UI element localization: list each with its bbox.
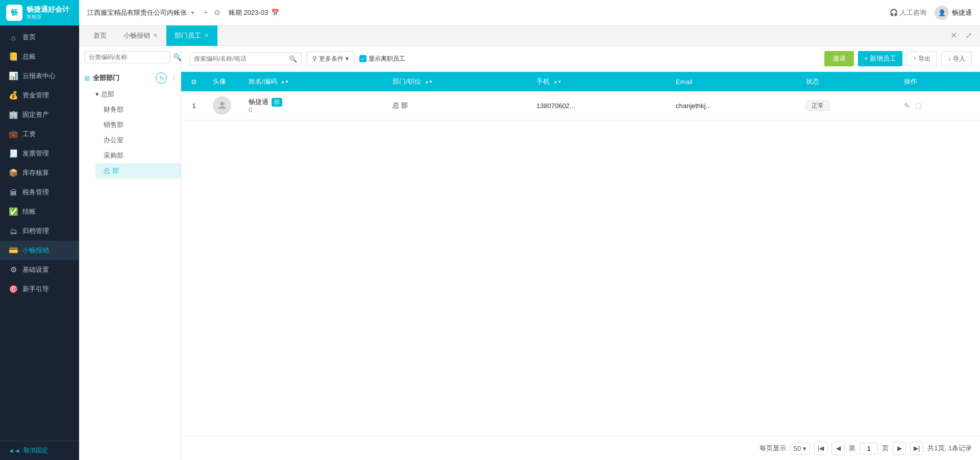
tab-dept-emp[interactable]: 部门员工 ✕ — [166, 25, 217, 46]
add-employee-button[interactable]: + 新增员工 — [858, 51, 902, 66]
first-page-button[interactable]: |◀ — [814, 442, 827, 455]
dept-tree: ⊞ 全部部门 ✎ 《 ▾ 总部 财务部 销售部 办公室 采购部 总 部 — [79, 67, 181, 460]
sidebar-item-settings[interactable]: ⚙ 基础设置 — [0, 260, 79, 279]
row-status: 正常 — [800, 91, 897, 120]
dept-search-icon[interactable]: 🔍 — [173, 53, 182, 61]
show-ex-checkbox[interactable]: ✓ — [359, 55, 366, 62]
dept-badge: 部 — [272, 98, 282, 107]
company-selector[interactable]: 江西服宝精品有限责任公司内账张 ▼ — [87, 8, 195, 17]
per-page-select[interactable]: 50 ▾ — [790, 443, 810, 454]
tabbar-actions: ✕ ⤢ — [948, 29, 974, 42]
dept-root-label: ▾ 总部 — [87, 87, 181, 102]
sidebar-unpin-button[interactable]: ◄◄ 取消固定 — [0, 441, 79, 460]
page-number-input[interactable] — [860, 443, 878, 454]
page-unit: 页 — [882, 444, 889, 453]
show-ex-employees-toggle[interactable]: ✓ 显示离职员工 — [359, 55, 405, 63]
logout-icon[interactable]: ⬚ — [915, 101, 922, 110]
user-menu[interactable]: 👤 畅捷通 — [935, 6, 972, 20]
chevron-down-icon: ▼ — [190, 10, 195, 16]
employee-panel: 🔍 ⚲ 更多条件 ▾ ✓ 显示离职员工 邀请 + 新增员工 ↑ 导出 — [181, 46, 980, 460]
per-page-chevron-icon: ▾ — [803, 445, 806, 452]
all-dept-label: 全部部门 — [93, 73, 153, 83]
sidebar-item-label: 小畅报销 — [22, 246, 49, 255]
sidebar-item-home[interactable]: ⌂ 首页 — [0, 28, 79, 47]
tab-expense-close[interactable]: ✕ — [153, 32, 158, 39]
tab-expand-button[interactable]: ⤢ — [963, 29, 974, 42]
edit-icon[interactable]: ✎ — [904, 101, 910, 110]
show-ex-label: 显示离职员工 — [369, 55, 405, 63]
tab-expense[interactable]: 小畅报销 ✕ — [115, 25, 166, 46]
sidebar-item-expense[interactable]: 💳 小畅报销 — [0, 241, 79, 260]
sidebar-item-assets[interactable]: 🏢 固定资产 — [0, 105, 79, 124]
col-name[interactable]: 姓名/编码 ▲▼ — [242, 72, 386, 91]
sidebar-footer-label: 取消固定 — [23, 446, 48, 455]
dept-item-purchase[interactable]: 采购部 — [95, 148, 181, 163]
col-dept[interactable]: 部门/职位 ▲▼ — [386, 72, 530, 91]
tab-home-label: 首页 — [93, 31, 107, 40]
prev-page-button[interactable]: ◀ — [831, 442, 845, 455]
row-index: 1 — [181, 91, 207, 120]
period-label: 账期 2023-03 — [229, 8, 268, 17]
help-button[interactable]: 🎧 人工咨询 — [890, 8, 926, 17]
sidebar-item-invoice[interactable]: 🧾 发票管理 — [0, 144, 79, 163]
next-page-button[interactable]: ▶ — [893, 442, 906, 455]
col-email: Email — [670, 72, 800, 91]
sidebar-item-label: 首页 — [22, 33, 36, 42]
sidebar-item-inventory[interactable]: 📦 库存核算 — [0, 163, 79, 183]
user-name: 畅捷通 — [952, 8, 972, 17]
dept-item-office[interactable]: 办公室 — [95, 133, 181, 148]
dept-search-input[interactable] — [84, 51, 170, 63]
sidebar-item-label: 新手引导 — [22, 285, 49, 294]
import-button[interactable]: ↓ 导入 — [941, 52, 972, 66]
employee-search-wrap[interactable]: 🔍 — [189, 53, 302, 65]
archive-icon: 🗂 — [8, 227, 18, 236]
employee-name: 畅捷通 部 — [249, 97, 380, 107]
col-settings[interactable]: ⚙ — [181, 72, 207, 91]
sidebar-item-funds[interactable]: 💰 资金管理 — [0, 86, 79, 105]
sidebar-item-salary[interactable]: 💼 工资 — [0, 124, 79, 144]
dept-children: 财务部 销售部 办公室 采购部 总 部 — [87, 102, 181, 178]
employee-toolbar: 🔍 ⚲ 更多条件 ▾ ✓ 显示离职员工 邀请 + 新增员工 ↑ 导出 — [181, 46, 980, 72]
export-button[interactable]: ↑ 导出 — [906, 52, 937, 66]
row-phone: 138070602... — [530, 91, 670, 120]
sidebar-item-label: 云报表中心 — [22, 71, 56, 81]
company-settings-icon[interactable]: ⚙ — [214, 8, 220, 17]
sidebar-item-reports[interactable]: 📊 云报表中心 — [0, 66, 79, 86]
sidebar-item-guide[interactable]: 🎯 新手引导 — [0, 279, 79, 299]
invite-button[interactable]: 邀请 — [824, 51, 854, 66]
row-avatar — [207, 91, 242, 120]
grid-icon: ⊞ — [84, 74, 90, 82]
add-company-button[interactable]: ＋ — [202, 7, 210, 18]
row-email: chanjethkj... — [670, 91, 800, 120]
total-info: 共1页, 1条记录 — [927, 444, 972, 453]
sidebar-item-label: 发票管理 — [22, 149, 49, 158]
per-page-label: 每页显示 — [760, 444, 786, 453]
status-badge: 正常 — [806, 100, 829, 111]
filter-icon: ⚲ — [312, 55, 317, 62]
filter-button[interactable]: ⚲ 更多条件 ▾ — [307, 52, 354, 66]
dept-collapse-icon[interactable]: 《 — [170, 74, 176, 82]
employee-avatar — [213, 96, 231, 115]
last-page-button[interactable]: ▶| — [910, 442, 923, 455]
sidebar-item-label: 资金管理 — [22, 91, 49, 100]
dept-item-finance[interactable]: 财务部 — [95, 102, 181, 117]
sidebar-item-archive[interactable]: 🗂 归档管理 — [0, 221, 79, 241]
sidebar-item-label: 基础设置 — [22, 265, 49, 274]
employee-search-icon[interactable]: 🔍 — [289, 55, 297, 63]
topbar-right: 🎧 人工咨询 👤 畅捷通 — [890, 6, 972, 20]
tab-dept-close[interactable]: ✕ — [204, 32, 209, 39]
sidebar-item-tax[interactable]: 🏛 税务管理 — [0, 183, 79, 202]
employee-search-input[interactable] — [194, 55, 287, 62]
dept-item-general[interactable]: 总 部 — [95, 163, 181, 178]
col-phone[interactable]: 手机 ▲▼ — [530, 72, 670, 91]
sidebar-item-ledger[interactable]: 📒 总账 — [0, 47, 79, 66]
calendar-icon[interactable]: 📅 — [271, 9, 279, 16]
tab-home[interactable]: 首页 — [85, 25, 115, 46]
tab-close-button[interactable]: ✕ — [948, 29, 959, 42]
sidebar-item-settle[interactable]: ✅ 结账 — [0, 202, 79, 221]
ledger-icon: 📒 — [8, 52, 18, 61]
all-dept-header[interactable]: ⊞ 全部部门 ✎ 《 — [79, 69, 181, 87]
dept-edit-button[interactable]: ✎ — [156, 72, 167, 84]
svg-point-0 — [220, 102, 224, 106]
dept-item-sales[interactable]: 销售部 — [95, 117, 181, 133]
